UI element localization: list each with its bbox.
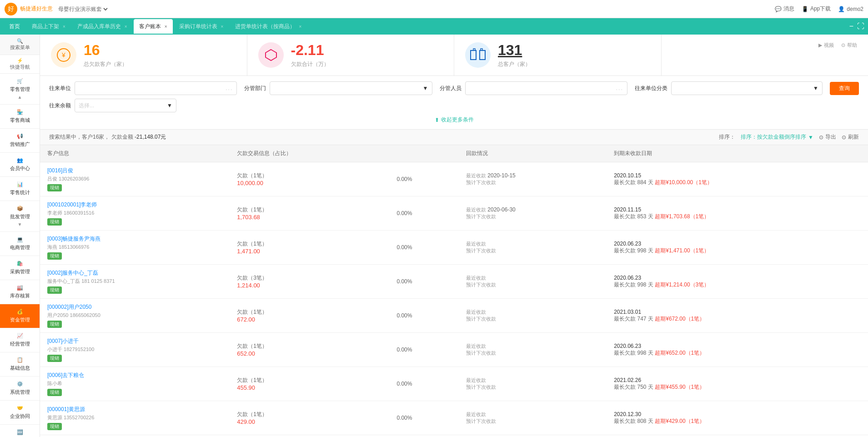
- debt-amount-2[interactable]: 1,471.00: [237, 248, 382, 255]
- person-input[interactable]: ...: [465, 81, 627, 95]
- customer-name-5[interactable]: [0007]小进千: [47, 337, 222, 345]
- overdue-detail-2: 最长欠款 998 天 超期¥1,471.00（1笔）: [614, 247, 861, 255]
- overdue-amount-4[interactable]: 超期¥672.00（1笔）: [655, 316, 705, 322]
- tab-customer-account-close[interactable]: ×: [165, 24, 167, 29]
- overdue-amount-1[interactable]: 超期¥1,703.68（1笔）: [655, 213, 709, 220]
- customer-name-2[interactable]: [0003]畅捷服务尹海燕: [47, 235, 222, 243]
- company-select[interactable]: 母婴行业演示账套: [56, 5, 109, 13]
- sidebar-item-retail-mgmt[interactable]: 🛒 零售管理 ▲: [0, 74, 40, 105]
- sidebar-item-system-mgmt[interactable]: ⚙️ 系统管理: [0, 377, 40, 401]
- customer-name-0[interactable]: [0016]吕俊: [47, 167, 222, 175]
- overdue-amount-3[interactable]: 超期¥1,214.00（3笔）: [655, 281, 709, 288]
- sidebar-item-purchase-mgmt[interactable]: 🛍️ 采购管理: [0, 256, 40, 280]
- tab-product-history[interactable]: 产成品入库单历史 ×: [72, 19, 133, 34]
- table-row: [0006]去下粮仓 陈小希 现销 欠款（1笔） 455.90 0.00% 最近…: [40, 367, 868, 401]
- overdue-amount-2[interactable]: 超期¥1,471.00（1笔）: [655, 247, 709, 254]
- tab-maximize-btn[interactable]: ⛶: [857, 22, 864, 30]
- sidebar-item-enterprise-coop[interactable]: 🤝 企业协同: [0, 401, 40, 425]
- sidebar-item-label: 系统管理: [10, 389, 30, 396]
- tab-product-shelf-close[interactable]: ×: [63, 24, 65, 29]
- sidebar-item-finance[interactable]: 💰 资金管理: [0, 304, 40, 328]
- sidebar-item-batch-mgmt[interactable]: 📦 批发管理 ▼: [0, 201, 40, 232]
- debt-count-0: 欠款（1笔）: [237, 172, 382, 180]
- results-amount-label: 欠款金额: [111, 134, 133, 140]
- stat-icon-debt: [258, 42, 284, 68]
- debt-count-6: 欠款（1笔）: [237, 377, 382, 384]
- debt-amount-0[interactable]: 10,000.00: [237, 180, 382, 186]
- member-icon: 👥: [17, 157, 23, 163]
- tab-purchase-stats-close[interactable]: ×: [299, 24, 301, 29]
- tab-purchase-order[interactable]: 采购订单统计表 ×: [174, 19, 229, 34]
- overdue-amount-0[interactable]: 超期¥10,000.00（1笔）: [655, 179, 712, 186]
- customer-name-3[interactable]: [0002]服务中心_丁磊: [47, 269, 222, 277]
- export-btn[interactable]: ⊙ 导出: [819, 133, 836, 141]
- sidebar-item-label: 会员中心: [10, 165, 30, 172]
- help-btn[interactable]: ⊙ 帮助: [841, 42, 857, 49]
- sidebar-item-inventory[interactable]: 🏭 库存核算: [0, 280, 40, 304]
- tab-bar: 首页 商品上下架 × 产成品入库单历史 × 客户账本 × 采购订单统计表 × 进…: [0, 18, 868, 35]
- balance-select[interactable]: 选择... ▼: [75, 99, 176, 112]
- video-btn[interactable]: ▶ 视频: [818, 42, 834, 49]
- recovery-info-6: 最近收款: [466, 377, 599, 384]
- sort-select[interactable]: 排序：按欠款金额倒序排序 ▼: [741, 133, 813, 141]
- debt-amount-4[interactable]: 672.00: [237, 316, 382, 323]
- recovery-label-3: 最近收款: [466, 275, 486, 281]
- col-customer-info: 客户信息: [40, 145, 230, 162]
- dept-select[interactable]: ▼: [270, 81, 432, 95]
- tab-purchase-stats[interactable]: 进货单统计表（按商品） ×: [230, 19, 307, 34]
- query-button[interactable]: 查询: [830, 82, 859, 95]
- tab-customer-account[interactable]: 客户账本 ×: [134, 19, 173, 34]
- sidebar-search[interactable]: 🔍 搜索菜单: [0, 35, 40, 55]
- app-download-btn[interactable]: 📱 App下载: [802, 5, 831, 13]
- tab-product-shelf[interactable]: 商品上下架 ×: [26, 19, 71, 34]
- cell-percent-2: 0.00%: [389, 231, 459, 265]
- sidebar-item-retail-stats[interactable]: 📊 零售统计: [0, 177, 40, 201]
- message-btn[interactable]: 💬 消息: [775, 5, 794, 13]
- sidebar-nav[interactable]: ⚡ 快捷导航: [0, 55, 40, 74]
- table-row: [000002]用户2050 用户2050 18665062050 现销 欠款（…: [40, 299, 868, 333]
- debt-amount-5[interactable]: 652.00: [237, 350, 382, 357]
- debt-amount-7[interactable]: 429.00: [237, 418, 382, 425]
- inventory-icon: 🏭: [17, 285, 23, 291]
- stat-card-debt-total: -2.11 欠款合计（万）: [247, 35, 455, 75]
- customer-name-1[interactable]: [0001020001]李老师: [47, 201, 222, 209]
- unit-category-select[interactable]: ▼: [671, 81, 823, 95]
- sidebar-item-new-guide[interactable]: 🆕 新手引导: [0, 425, 40, 437]
- customer-name-6[interactable]: [0006]去下粮仓: [47, 372, 222, 379]
- sidebar-item-label: 采购管理: [10, 268, 30, 275]
- customer-name-7[interactable]: [000001]黄思源: [47, 406, 222, 413]
- sidebar-item-basic-info[interactable]: 📋 基础信息: [0, 352, 40, 377]
- debt-amount-6[interactable]: 455.90: [237, 384, 382, 391]
- debt-amount-3[interactable]: 1,214.00: [237, 282, 382, 289]
- sidebar-item-marketing[interactable]: 📢 营销推广: [0, 129, 40, 153]
- overdue-amount-7[interactable]: 超期¥429.00（1笔）: [655, 418, 705, 424]
- dept-label: 分管部门: [244, 85, 266, 92]
- sort-label: 排序：: [719, 133, 735, 141]
- next-collection-label-2: 预计下次收款: [466, 247, 599, 254]
- filter-row-2: 往来余额 选择... ▼: [49, 99, 859, 112]
- tab-product-history-close[interactable]: ×: [125, 24, 127, 29]
- overdue-amount-5[interactable]: 超期¥652.00（1笔）: [655, 350, 705, 356]
- tab-purchase-order-close[interactable]: ×: [221, 24, 224, 29]
- overdue-days-1: 最长欠款 853 天: [614, 213, 653, 220]
- cell-recovery-3: 最近收款 预计下次收款: [459, 265, 607, 299]
- guide-icon: 🆕: [17, 429, 23, 435]
- sidebar-item-business-mgmt[interactable]: 📈 经营管理: [0, 328, 40, 352]
- sidebar-item-retail-mall[interactable]: 🏪 零售商城: [0, 105, 40, 129]
- tab-minimize-btn[interactable]: −: [849, 22, 853, 30]
- refresh-btn[interactable]: ⊙ 刷新: [842, 133, 859, 141]
- tab-home[interactable]: 首页: [4, 19, 25, 34]
- user-avatar[interactable]: 👤 demo2: [838, 6, 863, 12]
- collapse-button[interactable]: ⬆ 收起更多条件: [49, 116, 859, 124]
- due-date-4: 2021.03.01: [614, 309, 861, 315]
- table-header-row: 客户信息 欠款交易信息（占比） 回款情况 到期未收款日期: [40, 145, 868, 162]
- sidebar-item-member-center[interactable]: 👥 会员中心: [0, 153, 40, 177]
- debt-amount-1[interactable]: 1,703.68: [237, 214, 382, 221]
- customer-name-4[interactable]: [000002]用户2050: [47, 303, 222, 311]
- source-unit-input[interactable]: ...: [75, 81, 237, 95]
- sidebar-item-ecommerce[interactable]: 💻 电商管理: [0, 232, 40, 256]
- recovery-label-4: 最近收款: [466, 309, 486, 315]
- batch-icon: 📦: [17, 206, 23, 211]
- overdue-amount-6[interactable]: 超期¥455.90（1笔）: [655, 384, 705, 390]
- results-summary: 搜索结果中，客户16家: [49, 134, 104, 140]
